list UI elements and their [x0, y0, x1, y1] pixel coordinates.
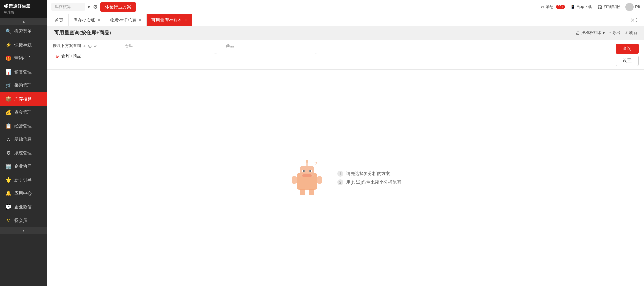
message-icon: ✉	[541, 5, 544, 9]
print-dropdown-icon: ▾	[603, 31, 605, 35]
tab-home[interactable]: 首页	[50, 14, 69, 26]
app-download-button[interactable]: 📱 App下载	[570, 4, 592, 10]
refresh-label: 刷新	[629, 30, 637, 36]
tab-label: 收发存汇总表	[110, 17, 136, 23]
sidebar-item-sales[interactable]: 📊 销售管理	[0, 65, 47, 79]
export-button[interactable]: ↑ 导出	[609, 30, 620, 36]
app-label: App下载	[577, 4, 592, 10]
hint-text-2: 用[过滤]条件来缩小分析范围	[346, 179, 401, 185]
print-button[interactable]: 🖨 按模板打印 ▾	[576, 30, 605, 36]
sidebar-item-label: 快捷导航	[14, 42, 32, 48]
main-content: 库存核算 ▾ ⚙ 体验行业方案 ✉ 消息 99+ 📱 App下载 🎧 在线客服 …	[47, 0, 644, 286]
sidebar-item-finance[interactable]: 💰 资金管理	[0, 106, 47, 119]
sidebar-item-appstore[interactable]: 🔔 应用中心	[0, 187, 47, 200]
star-icon: 🌟	[5, 177, 11, 183]
filter-actions: 查询 设置	[616, 44, 639, 66]
user-name: Rit	[635, 5, 640, 9]
sidebar: 畅康通好生意 标准版 ▲ 🔍 搜索菜单 ⚡ 快捷导航 🎁 营销推广 📊 销售管理…	[0, 0, 47, 286]
sidebar-logo: 畅康通好生意 标准版	[0, 0, 47, 18]
filter-area: 按以下方案查询 + ⊙ « ⊕ 仓库+商品 仓库 ··· 商品	[47, 40, 644, 70]
sidebar-item-wechat[interactable]: 💬 企业微信	[0, 200, 47, 214]
sidebar-scroll-down[interactable]: ▼	[0, 227, 47, 234]
sidebar-item-label: 资金管理	[14, 109, 32, 115]
scheme-settings-button[interactable]: ⊙	[88, 43, 92, 49]
print-icon: 🖨	[576, 31, 580, 35]
topbar-right: ✉ 消息 99+ 📱 App下载 🎧 在线客服 Rit	[541, 3, 640, 11]
tab-label: 首页	[55, 17, 63, 23]
filter-field-warehouse: 仓库 ···	[125, 43, 219, 57]
sidebar-item-label: 畅会员	[14, 217, 27, 224]
tab-label: 可用量库存账本	[151, 17, 182, 23]
sidebar-item-member[interactable]: V 畅会员	[0, 214, 47, 227]
tab-close-icon[interactable]: ✕	[97, 18, 100, 22]
svg-point-12	[306, 160, 308, 163]
collapse-scheme-button[interactable]: «	[94, 43, 97, 49]
filter-fields: 仓库 ··· 商品 ···	[125, 43, 612, 57]
svg-text:?: ?	[314, 161, 317, 166]
sidebar-item-label: 新手引导	[14, 177, 32, 183]
export-icon: ↑	[609, 31, 611, 35]
page-header: 可用量查询(按仓库+商品) 🖨 按模板打印 ▾ ↑ 导出 ↺ 刷新	[47, 26, 644, 40]
sidebar-item-shortcut[interactable]: ⚡ 快捷导航	[0, 38, 47, 52]
message-button[interactable]: ✉ 消息 99+	[541, 4, 565, 10]
tab-close-icon[interactable]: ✕	[138, 18, 141, 22]
sidebar-item-marketing[interactable]: 🎁 营销推广	[0, 52, 47, 65]
goods-input[interactable]	[226, 49, 314, 57]
filter-settings-button[interactable]: 设置	[616, 56, 639, 66]
warehouse-field-row: ···	[125, 49, 219, 57]
cart-icon: 🛒	[5, 82, 11, 88]
folder-icon: 🗂	[5, 136, 11, 142]
sidebar-item-label: 采购管理	[14, 82, 32, 88]
add-scheme-button[interactable]: +	[83, 43, 86, 49]
svg-rect-6	[302, 174, 312, 177]
sidebar-item-label: 企业微信	[14, 204, 32, 210]
goods-more-button[interactable]: ···	[315, 51, 319, 56]
sidebar-item-label: 库存核算	[14, 96, 32, 102]
sidebar-scroll-up[interactable]: ▲	[0, 18, 47, 25]
sidebar-item-newbie[interactable]: 🌟 新手引导	[0, 173, 47, 187]
tab-batch[interactable]: 库存批次账 ✕	[69, 14, 105, 26]
sidebar-item-label: 企业协同	[14, 163, 32, 170]
warehouse-field-label: 仓库	[125, 43, 219, 49]
empty-hint-2: 2 用[过滤]条件来缩小分析范围	[337, 179, 401, 185]
tab-available[interactable]: 可用量库存账本 ✕	[147, 14, 192, 26]
gift-icon: 🎁	[5, 55, 11, 61]
sidebar-item-inventory[interactable]: 📦 库存核算	[0, 92, 47, 106]
expand-tabs-button[interactable]: ⛶	[636, 17, 641, 23]
building-icon: 🏢	[5, 163, 11, 170]
tab-close-icon[interactable]: ✕	[184, 18, 187, 22]
close-all-tabs-button[interactable]: ✕	[630, 17, 635, 23]
warehouse-input[interactable]	[125, 49, 212, 57]
sidebar-item-operations[interactable]: 📋 经营管理	[0, 119, 47, 133]
svg-rect-5	[309, 170, 311, 172]
sidebar-item-system[interactable]: ⚙ 系统管理	[0, 146, 47, 160]
topbar-breadcrumb: 库存核算	[51, 3, 85, 11]
empty-hints: 1 请先选择要分析的方案 2 用[过滤]条件来缩小分析范围	[337, 171, 401, 185]
breadcrumb-dropdown-button[interactable]: ▾	[88, 4, 90, 10]
avatar	[625, 3, 634, 11]
sidebar-item-enterprise[interactable]: 🏢 企业协同	[0, 160, 47, 173]
user-profile-button[interactable]: Rit	[625, 3, 640, 11]
sidebar-item-search[interactable]: 🔍 搜索菜单	[0, 25, 47, 38]
sidebar-item-label: 搜索菜单	[14, 28, 32, 34]
scheme-item-warehouse-goods[interactable]: ⊕ 仓库+商品	[53, 51, 113, 61]
scheme-title-label: 按以下方案查询	[53, 43, 81, 49]
sidebar-item-label: 系统管理	[14, 150, 32, 156]
sidebar-item-label: 基础信息	[14, 136, 32, 142]
tab-bar: 首页 库存批次账 ✕ 收发存汇总表 ✕ 可用量库存账本 ✕ ✕ ⛶	[47, 14, 644, 26]
topbar-gear-button[interactable]: ⚙	[93, 4, 98, 10]
sidebar-item-purchase[interactable]: 🛒 采购管理	[0, 79, 47, 92]
bell-icon: 🔔	[5, 190, 11, 197]
industry-solution-button[interactable]: 体验行业方案	[100, 2, 136, 12]
customer-service-button[interactable]: 🎧 在线客服	[597, 4, 620, 10]
refresh-button[interactable]: ↺ 刷新	[624, 30, 637, 36]
tab-summary[interactable]: 收发存汇总表 ✕	[105, 14, 147, 26]
query-button[interactable]: 查询	[616, 44, 639, 54]
content-area: ? ... 1 请先选择要分析的方案 2 用[过滤]条件来缩小分析范围	[47, 70, 644, 286]
warehouse-more-button[interactable]: ···	[214, 51, 217, 56]
empty-state: ? ... 1 请先选择要分析的方案 2 用[过滤]条件来缩小分析范围	[290, 159, 401, 197]
sidebar-item-basic[interactable]: 🗂 基础信息	[0, 133, 47, 146]
goods-field-row: ···	[226, 49, 320, 57]
lightning-icon: ⚡	[5, 42, 11, 48]
message-badge: 99+	[556, 5, 565, 9]
